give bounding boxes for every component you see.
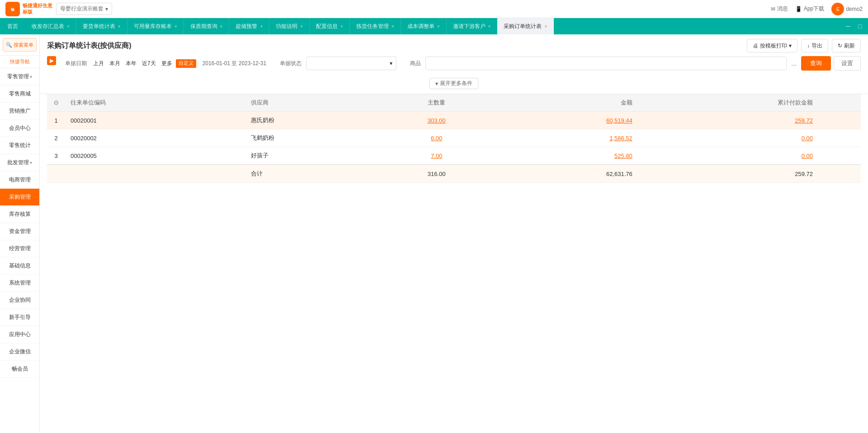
sidebar-search-area: 🔍 搜索菜单 [0, 34, 39, 56]
sidebar-item-new-guide[interactable]: 新手引导 [0, 309, 39, 326]
sidebar-item-retail-stat[interactable]: 零售统计 [0, 137, 39, 154]
gear-icon[interactable]: ⚙ [53, 99, 59, 106]
chevron-down-icon: ▾ [30, 74, 32, 79]
tab-close-icon[interactable]: × [220, 24, 223, 29]
tab-jianhuo[interactable]: 拣货任务管理 × [350, 18, 401, 34]
shortcut-this-year[interactable]: 本年 [124, 59, 138, 68]
sidebar-item-enterprise[interactable]: 企业协同 [0, 292, 39, 309]
sidebar-item-marketing[interactable]: 营销推广 [0, 103, 39, 120]
tab-chaochu[interactable]: 超储预警 × [229, 18, 269, 34]
tab-close-icon[interactable]: × [392, 24, 394, 29]
workspace-selector[interactable]: 母婴行业演示账套 ▾ [56, 3, 112, 15]
tab-close-icon[interactable]: × [488, 24, 491, 29]
filter-actions: 查询 设置 [801, 56, 861, 71]
tab-shoufacun[interactable]: 收发存汇总表 × [25, 18, 76, 34]
row-supplier: 好孩子 [245, 147, 380, 165]
nav-tabs: 首页 收发存汇总表 × 要货单统计表 × 可用量库存账本 × 保质期查询 × 超… [0, 18, 868, 34]
sidebar-item-inventory[interactable]: 库存核算 [0, 206, 39, 223]
row-code: 00020001 [65, 112, 245, 129]
user-profile[interactable]: E demo2 [831, 3, 863, 15]
message-button[interactable]: ✉ 消息 [771, 5, 788, 13]
print-button[interactable]: 🖨 按模板打印 ▾ [747, 39, 797, 52]
tab-close-icon[interactable]: × [67, 24, 70, 29]
row-extra [818, 147, 861, 165]
sidebar-item-corp-wechat[interactable]: 企业微信 [0, 343, 39, 361]
tab-close-icon[interactable]: × [175, 24, 177, 29]
tab-gongneng[interactable]: 功能说明 × [269, 18, 310, 34]
col-supplier-header: 供应商 [245, 94, 380, 112]
filter-toggle-button[interactable]: ▶ [47, 56, 56, 65]
footer-extra [818, 165, 861, 183]
row-index: 3 [47, 147, 65, 165]
data-table: ⚙ 往来单位编码 供应商 主数量 金额 累计付款金额 1 00020001 [47, 94, 861, 183]
footer-paid: 259.72 [638, 165, 818, 183]
header-actions: 🖨 按模板打印 ▾ ↓ 导出 ↻ 刷新 [747, 39, 861, 52]
tab-close-icon[interactable]: × [260, 24, 263, 29]
query-button[interactable]: 查询 [801, 56, 831, 71]
tab-keyongliang[interactable]: 可用量库存账本 × [127, 18, 184, 34]
export-button[interactable]: ↓ 导出 [801, 39, 828, 52]
row-index: 1 [47, 112, 65, 129]
row-amount: 525.80 [493, 147, 637, 165]
sidebar-item-operations[interactable]: 经营管理 [0, 240, 39, 257]
svg-text:畅: 畅 [11, 8, 14, 12]
sidebar-item-app-center[interactable]: 应用中心 [0, 326, 39, 343]
goods-label: 商品 [410, 60, 421, 67]
table-header: ⚙ 往来单位编码 供应商 主数量 金额 累计付款金额 [47, 94, 861, 112]
sidebar-item-wholesale[interactable]: 批发管理 ▾ [0, 154, 39, 171]
refresh-button[interactable]: ↻ 刷新 [832, 39, 861, 52]
sidebar-item-retail-shop[interactable]: 零售商城 [0, 86, 39, 103]
row-supplier: 惠氏奶粉 [245, 112, 380, 129]
settings-button[interactable]: 设置 [834, 56, 861, 71]
tab-close-icon[interactable]: × [340, 24, 343, 29]
custom-date-tag[interactable]: 自定义 [176, 59, 196, 68]
message-label: 消息 [777, 5, 788, 13]
tab-close-icon[interactable]: × [118, 24, 121, 29]
tab-close-icon-active[interactable]: × [544, 24, 547, 29]
tab-close-icon[interactable]: × [437, 24, 440, 29]
more-filter-icon[interactable]: ... [791, 60, 797, 67]
status-select[interactable]: ▾ [306, 57, 396, 70]
expand-more-button[interactable]: ▾ 展开更多条件 [429, 78, 478, 89]
row-extra [818, 112, 861, 129]
logo-text: 畅捷通好生意 标版 [23, 3, 52, 14]
row-code: 00020002 [65, 129, 245, 147]
search-icon: 🔍 [6, 42, 12, 48]
top-bar: 畅 畅捷通好生意 标版 母婴行业演示账套 ▾ ✉ 消息 📱 App下载 E de… [0, 0, 868, 18]
quick-nav-button[interactable]: 快捷导航 [0, 56, 39, 68]
sidebar-item-system[interactable]: 系统管理 [0, 275, 39, 292]
shortcut-this-month[interactable]: 本月 [108, 59, 122, 68]
row-extra [818, 129, 861, 147]
sidebar-item-basic-info[interactable]: 基础信息 [0, 257, 39, 275]
filter-main-row: 单据日期 上月 本月 本年 近7天 更多 自定义 2016-01-01 至 20… [65, 56, 861, 71]
tab-caigou-active[interactable]: 采购订单统计表 × [497, 18, 554, 34]
sidebar-item-ecommerce[interactable]: 电商管理 [0, 171, 39, 189]
goods-input[interactable] [425, 57, 787, 70]
sidebar-item-vip[interactable]: 畅会员 [0, 361, 39, 378]
tab-chengben[interactable]: 成本调整单 × [401, 18, 447, 34]
row-qty: 303.00 [380, 112, 493, 129]
tab-home[interactable]: 首页 [0, 23, 25, 30]
nav-maximize-button[interactable]: □ [854, 21, 865, 32]
table-row: 2 00020002 飞鹤奶粉 6.00 1,586.52 0.00 [47, 129, 861, 147]
date-label: 单据日期 [65, 60, 87, 67]
app-download-button[interactable]: 📱 App下载 [795, 5, 824, 13]
col-paid-header: 累计付款金额 [638, 94, 818, 112]
sidebar-item-member[interactable]: 会员中心 [0, 120, 39, 137]
tab-yaohuo[interactable]: 要货单统计表 × [76, 18, 127, 34]
row-paid: 259.72 [638, 112, 818, 129]
workspace-label: 母婴行业演示账套 [60, 5, 104, 13]
search-menu-button[interactable]: 🔍 搜索菜单 [3, 38, 37, 52]
sidebar-item-retail[interactable]: 零售管理 ▾ [0, 68, 39, 86]
tab-peizhi[interactable]: 配置信息 × [310, 18, 350, 34]
download-icon: 📱 [795, 6, 802, 12]
tab-yaoqing[interactable]: 邀请下游客户 × [447, 18, 498, 34]
shortcut-last-month[interactable]: 上月 [91, 59, 106, 68]
sidebar-item-finance[interactable]: 资金管理 [0, 223, 39, 240]
sidebar-item-purchase[interactable]: 采购管理 [0, 189, 39, 206]
shortcut-more[interactable]: 更多 [160, 59, 174, 68]
nav-minimize-button[interactable]: ─ [843, 21, 854, 32]
tab-baozhi[interactable]: 保质期查询 × [184, 18, 230, 34]
tab-close-icon[interactable]: × [300, 24, 303, 29]
shortcut-7days[interactable]: 近7天 [140, 59, 158, 68]
